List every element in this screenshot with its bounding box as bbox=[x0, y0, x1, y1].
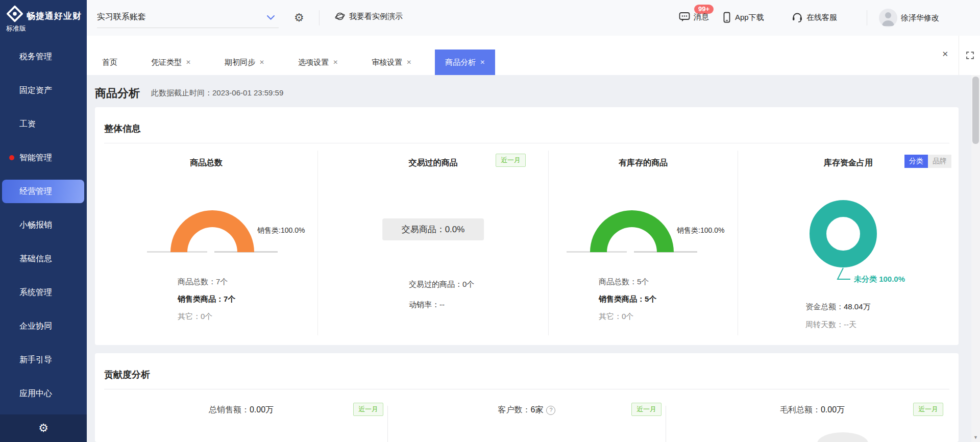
data-cutoff-time: 此数据截止时间：2023-06-01 23:59:59 bbox=[151, 88, 283, 98]
headset-icon bbox=[792, 12, 803, 23]
stat-row: 销售类商品：5个 bbox=[599, 290, 656, 308]
sidebar-item-smart-management[interactable]: 智能管理 bbox=[0, 141, 87, 175]
partial-chart-hint bbox=[817, 432, 868, 442]
page-header: 商品分析 此数据截止时间：2023-06-01 23:59:59 bbox=[95, 79, 283, 107]
scroll-down-arrow-icon[interactable] bbox=[971, 435, 980, 440]
period-badge[interactable]: 近一月 bbox=[353, 403, 383, 416]
gauge-series-label: 销售类:100.0% bbox=[257, 226, 305, 235]
contribution-metrics: 总销售额：0.00万 近一月 客户数：6家 近一月 毛利总额：0.00万 近一月 bbox=[95, 396, 959, 441]
sidebar-item-xiaochang-expense[interactable]: 小畅报销 bbox=[0, 208, 87, 242]
period-badge[interactable]: 近一月 bbox=[496, 154, 526, 167]
donut-chart-teal: 未分类 100.0% bbox=[770, 191, 928, 288]
panel-title: 有库存的商品 bbox=[549, 158, 738, 168]
metric-text: 客户数：6家 bbox=[388, 405, 666, 415]
user-menu[interactable]: 徐泽华修改 bbox=[879, 9, 939, 27]
page-title: 商品分析 bbox=[95, 86, 140, 101]
overview-columns: 商品总数 销售类:100.0% 商品总数：7个 销售类商品：7个 其它：0个 bbox=[95, 151, 959, 335]
logo-block[interactable]: 畅捷通好业财 标准版 bbox=[0, 0, 87, 36]
section-divider bbox=[104, 389, 949, 389]
demo-globe-icon bbox=[335, 11, 345, 21]
tab-option-settings[interactable]: 选项设置 bbox=[288, 50, 348, 75]
panel-stats: 商品总数：7个 销售类商品：7个 其它：0个 bbox=[178, 273, 235, 325]
close-icon[interactable] bbox=[186, 59, 191, 66]
scrollbar-thumb[interactable] bbox=[972, 77, 979, 144]
overview-card: 整体信息 商品总数 销售类:100.0% 商品总数：7个 销售类商品：7个 其 bbox=[95, 107, 959, 345]
close-icon[interactable] bbox=[333, 59, 338, 66]
traded-products-panel: 交易过的商品 近一月 交易商品：0.0% 交易过的商品：0个 动销率：-- bbox=[318, 151, 549, 335]
settings-gear-icon[interactable] bbox=[294, 11, 304, 24]
traded-products-kpi-pill: 交易商品：0.0% bbox=[382, 218, 484, 240]
online-support-label: 在线客服 bbox=[806, 13, 837, 22]
sidebar-settings-gear-icon[interactable] bbox=[38, 422, 48, 435]
help-icon[interactable] bbox=[546, 406, 555, 415]
close-icon[interactable] bbox=[259, 59, 264, 66]
sidebar-item-enterprise-collaboration[interactable]: 企业协同 bbox=[0, 309, 87, 343]
period-badge[interactable]: 近一月 bbox=[913, 403, 943, 416]
brand-edition: 标准版 bbox=[6, 24, 26, 33]
tab-voucher-type[interactable]: 凭证类型 bbox=[141, 50, 201, 75]
total-sales-metric: 总销售额：0.00万 近一月 bbox=[95, 396, 387, 441]
customer-count-metric: 客户数：6家 近一月 bbox=[388, 396, 666, 441]
panel-stats: 商品总数：5个 销售类商品：5个 其它：0个 bbox=[599, 273, 656, 325]
close-all-tabs-icon[interactable] bbox=[942, 50, 948, 59]
donut-slice-label: 未分类 100.0% bbox=[853, 275, 905, 283]
metric-text: 总销售额：0.00万 bbox=[95, 405, 387, 415]
stat-row: 其它：0个 bbox=[599, 308, 656, 325]
tab-audit-settings[interactable]: 审核设置 bbox=[361, 50, 422, 75]
app-download-label: App下载 bbox=[735, 13, 764, 22]
panel-title: 商品总数 bbox=[95, 158, 317, 168]
section-divider bbox=[104, 143, 949, 143]
demo-link[interactable]: 我要看实例演示 bbox=[335, 11, 403, 21]
panel-stats: 交易过的商品：0个 动销率：-- bbox=[409, 274, 474, 315]
sidebar-item-tax[interactable]: 税务管理 bbox=[0, 40, 87, 73]
overview-heading: 整体信息 bbox=[95, 107, 959, 135]
toggle-category[interactable]: 分类 bbox=[904, 155, 928, 168]
main-content: 商品分析 此数据截止时间：2023-06-01 23:59:59 整体信息 商品… bbox=[87, 75, 971, 442]
account-book-selector[interactable]: 实习联系账套 bbox=[97, 7, 279, 28]
sidebar-item-fixed-assets[interactable]: 固定资产 bbox=[0, 73, 87, 107]
sidebar-item-app-center[interactable]: 应用中心 bbox=[0, 377, 87, 410]
tab-bar: 首页 凭证类型 期初同步 选项设置 审核设置 商品分析 bbox=[87, 36, 959, 75]
sidebar-item-payroll[interactable]: 工资 bbox=[0, 107, 87, 141]
close-icon[interactable] bbox=[406, 59, 411, 66]
stat-row: 周转天数：--天 bbox=[805, 315, 871, 333]
sidebar-item-business-management[interactable]: 经营管理 bbox=[0, 175, 87, 208]
in-stock-products-panel: 有库存的商品 销售类:100.0% 商品总数：5个 销售类商品：5个 其它：0个 bbox=[549, 151, 738, 335]
notification-dot bbox=[9, 155, 14, 160]
header-divider bbox=[319, 10, 320, 26]
fullscreen-button[interactable] bbox=[959, 36, 980, 75]
sidebar-nav: 税务管理 固定资产 工资 智能管理 经营管理 小畅报销 基础信息 系统管理 企业… bbox=[0, 40, 87, 410]
header-divider bbox=[867, 10, 867, 26]
app-window: 畅捷通好业财 标准版 税务管理 固定资产 工资 智能管理 经营管理 小畅报销 基… bbox=[0, 0, 980, 442]
sidebar-item-beginner-guide[interactable]: 新手引导 bbox=[0, 343, 87, 377]
panel-stats: 资金总额：48.04万 周转天数：--天 bbox=[805, 298, 871, 333]
message-bubble-icon bbox=[679, 12, 690, 22]
messages-button[interactable]: 消息 bbox=[679, 12, 709, 22]
phone-icon bbox=[722, 12, 731, 23]
top-bar: 实习联系账套 我要看实例演示 99+ 消息 bbox=[87, 0, 980, 36]
stat-row: 销售类商品：7个 bbox=[178, 290, 235, 308]
contribution-card: 贡献度分析 总销售额：0.00万 近一月 客户数：6家 近一月 毛利总额：0.0… bbox=[95, 353, 959, 442]
stat-row: 资金总额：48.04万 bbox=[805, 298, 871, 315]
sidebar-item-basic-info[interactable]: 基础信息 bbox=[0, 242, 87, 276]
stat-row: 商品总数：5个 bbox=[599, 273, 656, 290]
period-badge[interactable]: 近一月 bbox=[631, 403, 662, 416]
sidebar-item-system-management[interactable]: 系统管理 bbox=[0, 276, 87, 309]
tab-product-analysis[interactable]: 商品分析 bbox=[435, 50, 495, 75]
stat-row: 动销率：-- bbox=[409, 294, 474, 315]
tab-initial-sync[interactable]: 期初同步 bbox=[214, 50, 275, 75]
contribution-heading: 贡献度分析 bbox=[95, 353, 959, 381]
avatar bbox=[879, 9, 897, 27]
stat-row: 其它：0个 bbox=[178, 308, 235, 325]
app-download-button[interactable]: App下载 bbox=[722, 12, 764, 23]
expand-icon bbox=[966, 52, 974, 59]
toggle-brand[interactable]: 品牌 bbox=[928, 155, 951, 168]
brand-name: 畅捷通好业财 bbox=[27, 10, 82, 22]
online-support-button[interactable]: 在线客服 bbox=[792, 12, 837, 23]
demo-link-label: 我要看实例演示 bbox=[349, 12, 403, 21]
person-icon bbox=[879, 9, 897, 27]
account-book-name: 实习联系账套 bbox=[97, 12, 146, 22]
close-icon[interactable] bbox=[480, 59, 485, 66]
tab-home[interactable]: 首页 bbox=[92, 50, 128, 75]
vertical-scrollbar[interactable] bbox=[971, 75, 980, 442]
